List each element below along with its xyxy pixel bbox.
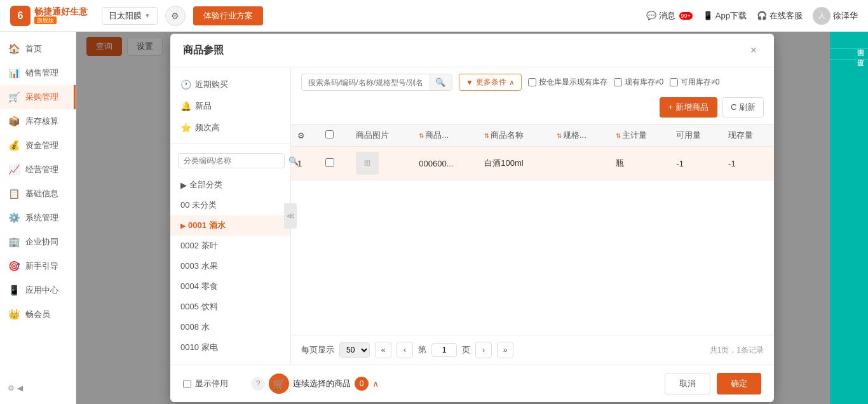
- sidebar-item-operations[interactable]: 📈 经营管理: [0, 158, 76, 182]
- stock-nonzero-checkbox[interactable]: [614, 78, 622, 86]
- category-0003[interactable]: 0003 水果: [170, 256, 290, 276]
- help-icon[interactable]: ?: [251, 377, 265, 391]
- category-0005[interactable]: 0005 饮料: [170, 297, 290, 317]
- warehouse-checkbox-group[interactable]: 按仓库显示现有库存: [528, 77, 607, 88]
- app-download-item[interactable]: 📱 App下载: [703, 10, 747, 22]
- category-0010[interactable]: 0010 家电: [170, 337, 290, 358]
- show-disabled-checkbox[interactable]: [183, 380, 191, 388]
- panel-collapse-btn[interactable]: ≪: [284, 203, 297, 229]
- show-disabled-label[interactable]: 显示停用: [183, 378, 228, 389]
- modal-close-btn[interactable]: ×: [746, 43, 761, 58]
- cell-checkbox[interactable]: [319, 147, 349, 180]
- cart-collapse-btn[interactable]: ∧: [372, 379, 379, 389]
- system-icon: ⚙️: [8, 212, 20, 224]
- sidebar-item-system[interactable]: ⚙️ 系统管理: [0, 206, 76, 230]
- refresh-btn[interactable]: C 刷新: [722, 97, 764, 118]
- quick-item-new[interactable]: 🔔 新品: [170, 95, 290, 117]
- teal-query-btn[interactable]: 查询: [830, 38, 868, 49]
- th-checkbox[interactable]: [319, 125, 349, 147]
- messages-item[interactable]: 💬 消息 99+: [646, 10, 693, 22]
- sidebar-item-basic-info[interactable]: 📋 基础信息: [0, 182, 76, 206]
- cell-spec: [550, 147, 609, 180]
- category-list: ▶ 全部分类 00 未分类 ▶ 0001 酒水 0002 茶: [170, 172, 290, 358]
- cell-code: 000600...: [412, 147, 478, 180]
- guide-icon: 🎯: [8, 260, 20, 272]
- sort-name-icon: ⇅: [484, 132, 489, 139]
- th-code[interactable]: ⇅ 商品...: [412, 125, 478, 147]
- cart-icon[interactable]: 🛒: [269, 374, 289, 394]
- row-checkbox[interactable]: [325, 158, 334, 167]
- table-row[interactable]: 1 图 000600... 白酒100ml: [291, 147, 774, 180]
- message-badge: 99+: [679, 12, 693, 20]
- stock-nonzero-checkbox-group[interactable]: 现有库存≠0: [614, 77, 663, 88]
- message-icon: 💬: [646, 11, 656, 20]
- category-0002[interactable]: 0002 茶叶: [170, 236, 290, 256]
- category-0001[interactable]: ▶ 0001 酒水: [170, 215, 290, 236]
- cell-stock: -1: [722, 147, 774, 180]
- online-service-item[interactable]: 🎧 在线客服: [757, 10, 803, 22]
- sidebar-item-guide[interactable]: 🎯 新手引导: [0, 254, 76, 278]
- category-0008[interactable]: 0008 水: [170, 317, 290, 337]
- per-page-select[interactable]: 50: [339, 342, 370, 358]
- category-00[interactable]: 00 未分类: [170, 195, 290, 215]
- filter-btn[interactable]: ▼ 更多条件 ∧: [459, 74, 522, 91]
- next-page-btn[interactable]: ›: [475, 342, 492, 358]
- sidebar-item-finance[interactable]: 💰 资金管理: [0, 133, 76, 158]
- finance-icon: 💰: [8, 140, 20, 151]
- sidebar-bottom[interactable]: ⚙ ◀: [0, 377, 76, 399]
- trial-btn[interactable]: 体验行业方案: [193, 6, 263, 25]
- modal-toolbar: 🔍 ▼ 更多条件 ∧ 按仓库显示现有库存: [291, 67, 774, 125]
- sidebar-item-purchase[interactable]: 🛒 采购管理: [0, 85, 76, 109]
- th-settings[interactable]: ⚙: [291, 125, 319, 147]
- quick-item-frequent[interactable]: ⭐ 频次高: [170, 117, 290, 138]
- cell-name: 白酒100ml: [478, 147, 550, 180]
- category-0004[interactable]: 0004 零食: [170, 276, 290, 297]
- main-layout: 🏠 首页 📊 销售管理 🛒 采购管理 📦 库存核算 💰 资金管理 📈 经营管理 …: [0, 32, 868, 404]
- sidebar-item-sales[interactable]: 📊 销售管理: [0, 61, 76, 85]
- avatar: 人: [813, 7, 831, 25]
- cell-available: -1: [670, 147, 722, 180]
- product-search-input[interactable]: [302, 75, 429, 90]
- sidebar-item-home[interactable]: 🏠 首页: [0, 37, 76, 61]
- cell-unit: 瓶: [609, 147, 670, 180]
- quick-item-recent[interactable]: 🕐 近期购买: [170, 74, 290, 95]
- first-page-btn[interactable]: «: [375, 342, 391, 358]
- available-nonzero-checkbox-group[interactable]: 可用库存≠0: [670, 77, 719, 88]
- confirm-btn[interactable]: 确定: [717, 373, 761, 394]
- sidebar-item-enterprise[interactable]: 🏢 企业协同: [0, 230, 76, 254]
- cancel-btn[interactable]: 取消: [665, 373, 710, 394]
- product-reference-modal: 商品参照 × 🕐 近期购买 🔔 新品: [170, 34, 774, 402]
- th-unit[interactable]: ⇅ 主计量: [609, 125, 670, 147]
- settings-icon-btn[interactable]: ⚙: [165, 6, 186, 26]
- th-spec[interactable]: ⇅ 规格...: [550, 125, 609, 147]
- store-selector[interactable]: 日太阳膜 ▼: [102, 7, 158, 25]
- warehouse-checkbox[interactable]: [528, 78, 536, 86]
- sidebar: 🏠 首页 📊 销售管理 🛒 采购管理 📦 库存核算 💰 资金管理 📈 经营管理 …: [0, 32, 76, 404]
- teal-bar: 查询 设置: [830, 32, 868, 404]
- page-label: 第: [418, 344, 426, 356]
- edition-badge: 旗舰版: [34, 17, 57, 24]
- th-name[interactable]: ⇅ 商品名称: [478, 125, 550, 147]
- select-all-checkbox[interactable]: [325, 130, 334, 138]
- user-area[interactable]: 人 徐泽华: [813, 7, 858, 25]
- sidebar-item-app-center[interactable]: 📱 应用中心: [0, 278, 76, 302]
- basic-info-icon: 📋: [8, 188, 20, 199]
- cart-count: 0: [355, 377, 369, 391]
- sort-spec-icon: ⇅: [557, 132, 562, 139]
- product-search-btn[interactable]: 🔍: [429, 74, 452, 90]
- enterprise-icon: 🏢: [8, 236, 20, 248]
- last-page-btn[interactable]: »: [497, 342, 513, 358]
- add-product-btn[interactable]: + 新增商品: [660, 97, 717, 118]
- th-stock: 现存量: [722, 125, 774, 147]
- sidebar-item-inventory[interactable]: 📦 库存核算: [0, 109, 76, 133]
- teal-settings-btn[interactable]: 设置: [830, 49, 868, 60]
- category-search-icon[interactable]: 🔍: [288, 156, 299, 166]
- category-search-input[interactable]: [178, 153, 285, 168]
- page-input[interactable]: [431, 343, 457, 357]
- category-all[interactable]: ▶ 全部分类: [170, 175, 290, 195]
- sidebar-item-vip[interactable]: 👑 畅会员: [0, 302, 76, 327]
- prev-page-btn[interactable]: ‹: [397, 342, 413, 358]
- vip-icon: 👑: [8, 309, 20, 320]
- sort-unit-icon: ⇅: [616, 132, 621, 139]
- available-nonzero-checkbox[interactable]: [670, 78, 678, 86]
